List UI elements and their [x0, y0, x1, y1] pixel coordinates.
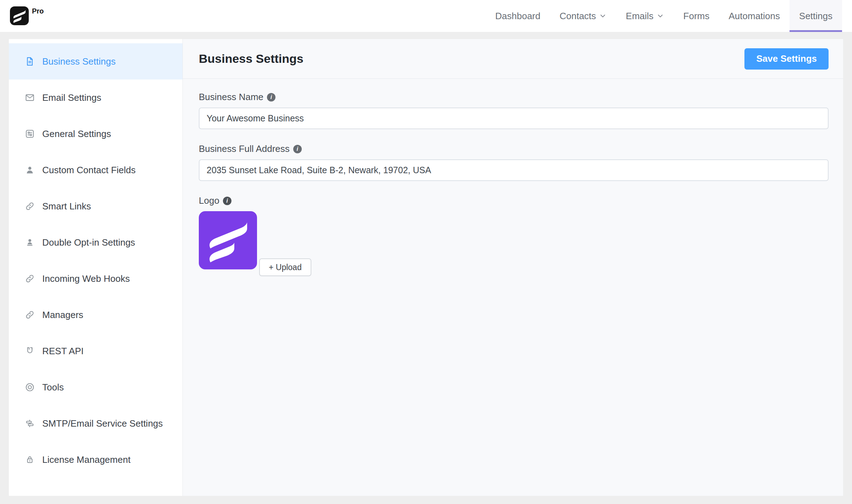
sidebar-item-label: Incoming Web Hooks [42, 273, 130, 284]
sidebar-item-label: Tools [42, 382, 64, 393]
business-address-label: Business Full Address [199, 143, 290, 154]
sidebar-item-tools[interactable]: Tools [9, 369, 182, 405]
sidebar-item-smart-links[interactable]: Smart Links [9, 188, 182, 224]
pipeline-icon [24, 418, 35, 429]
sidebar-item-label: Smart Links [42, 201, 91, 212]
sidebar-item-general-settings[interactable]: General Settings [9, 116, 182, 152]
sidebar-item-label: REST API [42, 346, 84, 357]
sidebar-item-managers[interactable]: Managers [9, 297, 182, 333]
sidebar-item-label: Custom Contact Fields [42, 165, 136, 176]
sidebar-item-label: Double Opt-in Settings [42, 237, 135, 248]
sidebar-item-label: SMTP/Email Service Settings [42, 418, 163, 429]
sidebar-item-email-settings[interactable]: Email Settings [9, 80, 182, 116]
sidebar-item-rest-api[interactable]: REST API [9, 333, 182, 369]
upload-logo-button[interactable]: + Upload [259, 258, 311, 276]
main-header-row: Business Settings Save Settings [183, 39, 843, 79]
nav-dashboard[interactable]: Dashboard [486, 0, 550, 32]
lifebuoy-icon [24, 382, 35, 393]
sidebar-item-label: Email Settings [42, 92, 101, 103]
sidebar-item-custom-contact-fields[interactable]: Custom Contact Fields [9, 152, 182, 188]
sidebar-item-label: Managers [42, 309, 83, 321]
sidebar-item-label: General Settings [42, 128, 111, 139]
page-title: Business Settings [199, 52, 304, 66]
business-name-label: Business Name [199, 92, 263, 103]
link-icon [24, 201, 35, 212]
sidebar-item-double-opt-in[interactable]: Double Opt-in Settings [9, 224, 182, 261]
chevron-down-icon [656, 12, 664, 20]
sidebar-item-incoming-web-hooks[interactable]: Incoming Web Hooks [9, 261, 182, 297]
pro-badge: Pro [32, 7, 44, 15]
top-header: Pro Dashboard Contacts Emails Forms Auto… [0, 0, 852, 32]
business-address-input[interactable] [199, 159, 829, 181]
link-icon [24, 273, 35, 284]
info-icon[interactable]: i [267, 93, 275, 102]
user-stamp-icon [24, 237, 35, 248]
settings-panel: Business Settings Email Settings General… [9, 39, 843, 496]
document-icon [24, 56, 35, 67]
business-logo-preview [199, 211, 257, 269]
preferences-icon [24, 128, 35, 139]
nav-forms[interactable]: Forms [674, 0, 719, 32]
sidebar-item-license-management[interactable]: License Management [9, 442, 182, 478]
sidebar-item-label: License Management [42, 454, 131, 465]
top-nav: Dashboard Contacts Emails Forms Automati… [486, 0, 842, 32]
business-address-field-group: Business Full Address i [199, 143, 829, 181]
info-icon[interactable]: i [223, 197, 231, 205]
sidebar-item-label: Business Settings [42, 56, 116, 67]
business-name-field-group: Business Name i [199, 92, 829, 129]
lock-icon [24, 454, 35, 465]
nav-contacts[interactable]: Contacts [550, 0, 616, 32]
link-icon [24, 309, 35, 320]
main-content: Business Settings Save Settings Business… [183, 39, 843, 496]
business-name-input[interactable] [199, 108, 829, 129]
nav-emails[interactable]: Emails [616, 0, 674, 32]
settings-sidebar: Business Settings Email Settings General… [9, 39, 183, 496]
info-icon[interactable]: i [293, 145, 302, 153]
sidebar-item-smtp-settings[interactable]: SMTP/Email Service Settings [9, 405, 182, 442]
logo-field-group: Logo i + Upload [199, 195, 829, 269]
settings-form: Business Name i Business Full Address i … [183, 79, 843, 284]
logo-label: Logo [199, 195, 219, 206]
nav-settings[interactable]: Settings [790, 0, 842, 32]
chevron-down-icon [599, 12, 607, 20]
brand: Pro [0, 0, 44, 32]
fluentcrm-logo-icon [10, 6, 29, 25]
magnet-icon [24, 346, 35, 356]
page-background: Business Settings Email Settings General… [0, 32, 852, 504]
sidebar-item-business-settings[interactable]: Business Settings [9, 43, 182, 80]
nav-automations[interactable]: Automations [719, 0, 790, 32]
envelope-icon [24, 92, 35, 103]
user-icon [24, 165, 35, 175]
save-settings-button[interactable]: Save Settings [744, 48, 829, 70]
